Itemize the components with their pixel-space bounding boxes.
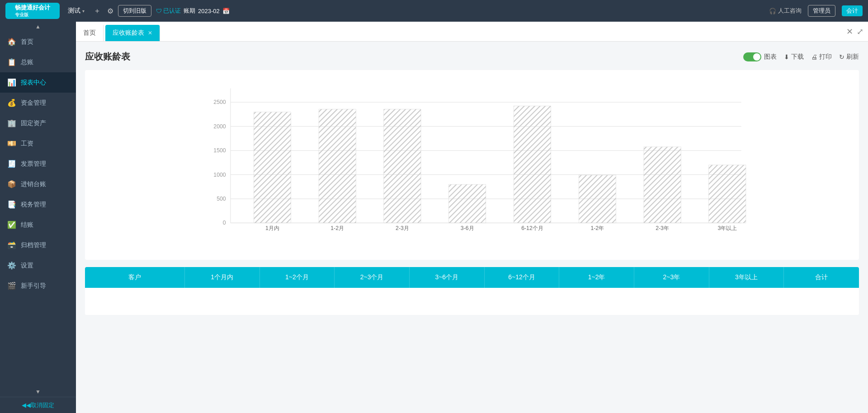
topbar-icons: ＋ ⚙ bbox=[94, 6, 113, 16]
svg-text:0: 0 bbox=[223, 220, 226, 226]
switch-version-button[interactable]: 切到旧版 bbox=[118, 5, 151, 17]
cert-status: 🛡 已认证 账期 2023-02 📅 bbox=[156, 7, 230, 15]
chart-toggle-wrap: 图表 bbox=[743, 52, 777, 61]
scroll-down-arrow[interactable]: ▼ bbox=[0, 387, 76, 397]
sidebar-label-home: 首页 bbox=[21, 38, 33, 46]
sidebar-label-settings: 设置 bbox=[21, 262, 33, 270]
chevron-down-icon: ▾ bbox=[82, 9, 85, 14]
sidebar-item-newbie[interactable]: 🎬新手引导 bbox=[0, 276, 76, 296]
sidebar-label-invoice: 发票管理 bbox=[21, 160, 46, 168]
app-logo: 畅捷通好会计 专业版 bbox=[5, 3, 60, 19]
service-button[interactable]: 🎧 人工咨询 bbox=[769, 7, 802, 15]
bar-3-6-month bbox=[449, 184, 486, 223]
chart-toggle[interactable] bbox=[743, 52, 761, 61]
sidebar-item-home[interactable]: 🏠首页 bbox=[0, 32, 76, 52]
tab-close-icon[interactable]: ✕ bbox=[148, 30, 152, 36]
refresh-button[interactable]: ↻ 刷新 bbox=[839, 53, 859, 61]
page-content: 应收账龄表 图表 ⬇ 下载 🖨 打印 ↻ bbox=[76, 42, 868, 413]
download-icon: ⬇ bbox=[784, 53, 789, 61]
period-value: 2023-02 bbox=[198, 8, 220, 14]
cert-icon: 🛡 已认证 bbox=[156, 7, 181, 15]
sidebar-item-reports[interactable]: 📊报表中心 bbox=[0, 72, 76, 93]
download-label: 下载 bbox=[791, 53, 804, 61]
settings-icon: ⚙️ bbox=[7, 261, 16, 270]
bar-6-12-month bbox=[514, 106, 551, 223]
reports-icon: 📊 bbox=[7, 78, 16, 87]
th-3年以上: 3年以上 bbox=[709, 267, 784, 288]
th-2~3年: 2~3年 bbox=[634, 267, 709, 288]
chart-toggle-label: 图表 bbox=[764, 53, 777, 61]
cert-label: 已认证 bbox=[163, 7, 181, 15]
calendar-icon[interactable]: 📅 bbox=[222, 8, 230, 14]
topbar-right: 🎧 人工咨询 管理员 会计 bbox=[769, 5, 863, 17]
chart-container: 0 500 1000 1500 2000 2500 1月内 1-2月 2-3月 bbox=[85, 70, 859, 260]
sidebar-label-payroll: 工资 bbox=[21, 140, 33, 148]
plus-icon[interactable]: ＋ bbox=[94, 6, 101, 16]
bar-2-3-year bbox=[644, 147, 681, 223]
sidebar-item-settings[interactable]: ⚙️设置 bbox=[0, 255, 76, 276]
sidebar-item-assets[interactable]: 🏢固定资产 bbox=[0, 113, 76, 133]
period-label: 账期 bbox=[184, 7, 195, 15]
sidebar-item-checkout[interactable]: ✅结账 bbox=[0, 215, 76, 235]
logo-edition: 专业版 bbox=[15, 12, 50, 18]
sidebar-item-ledger[interactable]: 📋总账 bbox=[0, 52, 76, 72]
sidebar-item-tax[interactable]: 📑税务管理 bbox=[0, 194, 76, 215]
th-6~12个月: 6~12个月 bbox=[485, 267, 560, 288]
expand-button[interactable]: ⤢ bbox=[857, 27, 863, 37]
svg-text:6-12个月: 6-12个月 bbox=[521, 225, 543, 231]
invoice-icon: 🧾 bbox=[7, 160, 16, 168]
scroll-up-arrow[interactable]: ▲ bbox=[0, 22, 76, 32]
page-actions: 图表 ⬇ 下载 🖨 打印 ↻ 刷新 bbox=[743, 52, 859, 61]
unpin-icon: ◀◀ bbox=[22, 402, 31, 408]
svg-text:3年以上: 3年以上 bbox=[717, 225, 737, 231]
sidebar-item-archive[interactable]: 🗃️归档管理 bbox=[0, 235, 76, 255]
main-layout: ▲ 🏠首页📋总账📊报表中心💰资金管理🏢固定资产💴工资🧾发票管理📦进销台账📑税务管… bbox=[0, 22, 868, 413]
home-tab-label: 首页 bbox=[83, 29, 96, 37]
project-selector[interactable]: 测试 ▾ bbox=[68, 7, 85, 15]
checkout-icon: ✅ bbox=[7, 221, 16, 229]
project-name: 测试 bbox=[68, 7, 80, 15]
svg-text:1-2年: 1-2年 bbox=[590, 225, 604, 231]
page-title: 应收账龄表 bbox=[85, 51, 130, 63]
sidebar-label-checkout: 结账 bbox=[21, 221, 33, 229]
unpin-button[interactable]: ◀◀ 取消固定 bbox=[0, 397, 76, 413]
logo-name: 畅捷通好会计 bbox=[15, 4, 50, 11]
tab-home[interactable]: 首页 bbox=[76, 25, 104, 41]
th-合计: 合计 bbox=[784, 267, 859, 288]
sidebar-item-invoice[interactable]: 🧾发票管理 bbox=[0, 154, 76, 174]
refresh-icon: ↻ bbox=[839, 53, 844, 61]
th-2~3个月: 2~3个月 bbox=[335, 267, 410, 288]
table-header: 客户1个月内1~2个月2~3个月3~6个月6~12个月1~2年2~3年3年以上合… bbox=[85, 267, 859, 288]
payroll-icon: 💴 bbox=[7, 139, 16, 148]
sidebar-item-funds[interactable]: 💰资金管理 bbox=[0, 93, 76, 113]
role-button[interactable]: 会计 bbox=[842, 5, 863, 16]
user-button[interactable]: 管理员 bbox=[808, 5, 835, 17]
sidebar-label-sales: 进销台账 bbox=[21, 180, 46, 188]
th-3~6个月: 3~6个月 bbox=[410, 267, 485, 288]
sidebar-label-ledger: 总账 bbox=[21, 58, 33, 66]
th-1个月内: 1个月内 bbox=[185, 267, 260, 288]
sidebar-item-sales[interactable]: 📦进销台账 bbox=[0, 174, 76, 194]
table-body bbox=[85, 288, 859, 315]
tab-bar-right: ✕ ⤢ bbox=[846, 27, 863, 37]
bar-1-2-year bbox=[579, 175, 616, 223]
sidebar-label-reports: 报表中心 bbox=[21, 79, 46, 87]
assets-icon: 🏢 bbox=[7, 119, 16, 127]
home-icon: 🏠 bbox=[7, 38, 16, 46]
sidebar-label-tax: 税务管理 bbox=[21, 201, 46, 209]
sidebar-item-payroll[interactable]: 💴工资 bbox=[0, 133, 76, 154]
top-bar: 畅捷通好会计 专业版 测试 ▾ ＋ ⚙ 切到旧版 🛡 已认证 账期 2023-0… bbox=[0, 0, 868, 22]
unpin-label: 取消固定 bbox=[31, 401, 54, 409]
archive-icon: 🗃️ bbox=[7, 241, 16, 249]
sidebar-label-newbie: 新手引导 bbox=[21, 282, 46, 290]
tab-ar-aging[interactable]: 应收账龄表 ✕ bbox=[105, 25, 160, 41]
sidebar: ▲ 🏠首页📋总账📊报表中心💰资金管理🏢固定资产💴工资🧾发票管理📦进销台账📑税务管… bbox=[0, 22, 76, 413]
print-button[interactable]: 🖨 打印 bbox=[811, 53, 832, 61]
svg-text:2000: 2000 bbox=[213, 123, 226, 130]
sidebar-nav: 🏠首页📋总账📊报表中心💰资金管理🏢固定资产💴工资🧾发票管理📦进销台账📑税务管理✅… bbox=[0, 32, 76, 387]
bar-1-month bbox=[254, 112, 291, 223]
close-panel-button[interactable]: ✕ bbox=[846, 27, 853, 37]
settings-icon[interactable]: ⚙ bbox=[107, 7, 113, 15]
download-button[interactable]: ⬇ 下载 bbox=[784, 53, 804, 61]
bar-3plus-year bbox=[709, 165, 746, 223]
